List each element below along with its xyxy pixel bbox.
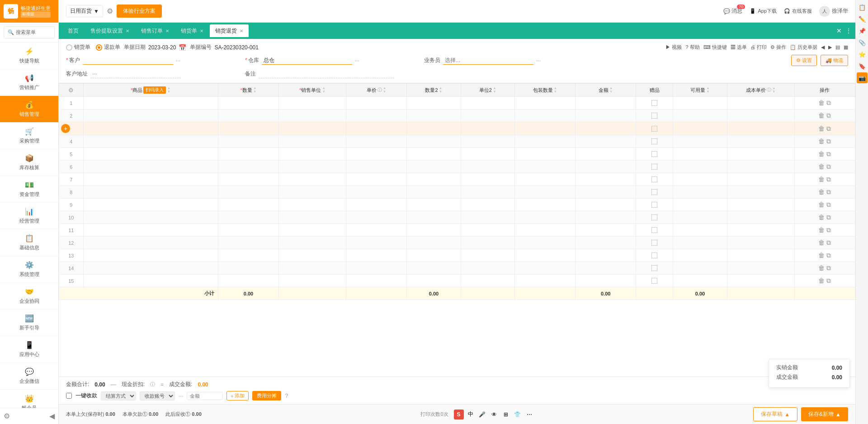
discount-info-icon[interactable]: ⓘ bbox=[150, 381, 155, 388]
video-btn[interactable]: ▶ 视频 bbox=[665, 44, 682, 51]
customer-more-icon[interactable]: ··· bbox=[176, 57, 180, 64]
delete-row-10[interactable]: 🗑 bbox=[817, 214, 826, 221]
tab-close-price[interactable]: ✕ bbox=[126, 29, 129, 33]
collapse-button[interactable]: ◀ bbox=[49, 412, 55, 420]
right-icon-star[interactable]: ⭐ bbox=[857, 49, 868, 60]
gift-checkbox-9[interactable] bbox=[651, 202, 657, 208]
address-input[interactable] bbox=[90, 70, 181, 78]
delete-row-2[interactable]: 🗑 bbox=[817, 112, 826, 119]
user-menu[interactable]: 人 徐泽华 bbox=[819, 6, 848, 17]
delete-row-6[interactable]: 🗑 bbox=[817, 163, 826, 170]
copy-row-1[interactable]: ⧉ bbox=[826, 99, 832, 107]
online-service-link[interactable]: 🎧 在线客服 bbox=[784, 8, 812, 14]
delete-row-1[interactable]: 🗑 bbox=[817, 99, 826, 106]
sidebar-item-xitong[interactable]: ⚙️ 系统管理 bbox=[0, 256, 58, 283]
copy-row-15[interactable]: ⧉ bbox=[826, 277, 832, 285]
right-icon-pin[interactable]: 📌 bbox=[857, 25, 868, 36]
delete-row-3[interactable]: 🗑 bbox=[817, 125, 826, 132]
delete-row-15[interactable]: 🗑 bbox=[817, 277, 826, 284]
delete-row-14[interactable]: 🗑 bbox=[817, 264, 826, 272]
tab-home[interactable]: 首页 bbox=[62, 24, 84, 37]
zhong-icon[interactable]: 中 bbox=[466, 410, 476, 419]
warehouse-input[interactable] bbox=[262, 56, 352, 65]
gift-checkbox-10[interactable] bbox=[651, 214, 657, 220]
customer-input[interactable] bbox=[83, 56, 173, 65]
sidebar-item-kucun[interactable]: 📦 库存核算 bbox=[0, 149, 58, 176]
copy-row-12[interactable]: ⧉ bbox=[826, 239, 832, 247]
calendar-icon[interactable]: 📅 bbox=[179, 44, 186, 51]
gift-checkbox-7[interactable] bbox=[651, 176, 657, 182]
delete-row-5[interactable]: 🗑 bbox=[817, 150, 826, 157]
bank-dots[interactable]: ··· bbox=[179, 393, 183, 399]
gift-checkbox-4[interactable] bbox=[651, 138, 657, 144]
delete-row-11[interactable]: 🗑 bbox=[817, 226, 826, 233]
sidebar-item-xinshou[interactable]: 🆕 新手引导 bbox=[0, 310, 58, 336]
gift-checkbox-14[interactable] bbox=[651, 265, 657, 271]
accounting-select[interactable]: 结算方式 bbox=[101, 391, 136, 400]
sidebar-item-changhui[interactable]: 👑 畅会员 bbox=[0, 390, 58, 408]
sidebar-item-kuaijie[interactable]: ⚡ 快捷导航 bbox=[0, 43, 58, 69]
sidebar-item-yingxiao[interactable]: 📢 营销推广 bbox=[0, 69, 58, 96]
add-row-button[interactable]: + bbox=[61, 124, 70, 133]
table-icon[interactable]: ⊞ bbox=[501, 410, 511, 419]
topbar-gear-icon[interactable]: ⚙ bbox=[107, 7, 113, 15]
right-icon-edit[interactable]: ✏️ bbox=[857, 14, 868, 24]
app-download-link[interactable]: 📱 App下载 bbox=[750, 8, 777, 14]
settings-button[interactable]: ⚙ 设置 bbox=[791, 55, 817, 66]
expense-help-icon[interactable]: ? bbox=[285, 393, 288, 399]
right-icon-clip[interactable]: 📎 bbox=[857, 37, 868, 48]
copy-row-9[interactable]: ⧉ bbox=[826, 201, 832, 209]
radio-return[interactable]: 退款单 bbox=[96, 43, 120, 51]
prev-btn[interactable]: ◀ bbox=[821, 44, 825, 51]
gift-checkbox-5[interactable] bbox=[651, 151, 657, 157]
delete-row-9[interactable]: 🗑 bbox=[817, 201, 826, 208]
sidebar-item-jichuxinxi[interactable]: 📋 基础信息 bbox=[0, 229, 58, 256]
tab-close-sales[interactable]: ✕ bbox=[200, 29, 203, 33]
copy-row-5[interactable]: ⧉ bbox=[826, 150, 832, 158]
sidebar-item-zijin[interactable]: 💵 资金管理 bbox=[0, 176, 58, 203]
help-btn[interactable]: ? 帮助 bbox=[686, 44, 700, 51]
ops-btn[interactable]: ⚙ 操作 bbox=[770, 44, 786, 51]
gift-checkbox-15[interactable] bbox=[651, 278, 657, 284]
shirt-icon[interactable]: 👕 bbox=[513, 410, 523, 419]
tab-price-settings[interactable]: 售价提取设置 ✕ bbox=[85, 24, 135, 37]
expense-split-button[interactable]: 费用分摊 bbox=[252, 391, 281, 400]
gift-checkbox-1[interactable] bbox=[651, 100, 657, 106]
delete-row-12[interactable]: 🗑 bbox=[817, 239, 826, 246]
list-view-btn[interactable]: ▤ bbox=[835, 44, 840, 51]
bank-select[interactable]: 收款账号 bbox=[140, 391, 175, 400]
gift-checkbox-12[interactable] bbox=[651, 240, 657, 246]
sidebar-item-qiyeweixin[interactable]: 💬 企业微信 bbox=[0, 363, 58, 390]
s-icon[interactable]: S bbox=[454, 410, 464, 419]
product-input-3[interactable] bbox=[85, 125, 216, 132]
quick-pay-checkbox[interactable] bbox=[66, 393, 72, 399]
settings-bottom-button[interactable]: ⚙ bbox=[4, 412, 10, 420]
right-icon-doc[interactable]: 📋 bbox=[857, 2, 868, 13]
delete-row-8[interactable]: 🗑 bbox=[817, 188, 826, 195]
copy-row-8[interactable]: ⧉ bbox=[826, 188, 832, 196]
gift-checkbox-8[interactable] bbox=[651, 189, 657, 195]
table-scroll[interactable]: ⚙ 商品 扫码录入 ▲▼ 数量 bbox=[59, 83, 855, 376]
tab-close-order[interactable]: ✕ bbox=[165, 29, 169, 33]
save-draft-button[interactable]: 保存草稿 ▲ bbox=[753, 407, 797, 421]
sidebar-item-caigou[interactable]: 🛒 采购管理 bbox=[0, 123, 58, 149]
more-icon[interactable]: ⋯ bbox=[524, 410, 534, 419]
copy-row-2[interactable]: ⧉ bbox=[826, 112, 832, 119]
delete-row-4[interactable]: 🗑 bbox=[817, 138, 826, 145]
warehouse-more-icon[interactable]: ··· bbox=[355, 57, 359, 64]
copy-row-11[interactable]: ⧉ bbox=[826, 226, 832, 234]
category-select[interactable]: 日用百货 ▼ bbox=[66, 5, 103, 17]
sidebar-item-yingyong[interactable]: 📱 应用中心 bbox=[0, 336, 58, 363]
sidebar-item-qiyexietong[interactable]: 🤝 企业协同 bbox=[0, 283, 58, 310]
tab-close-return[interactable]: ✕ bbox=[240, 29, 243, 33]
th-gear[interactable]: ⚙ bbox=[59, 84, 84, 97]
tab-sales[interactable]: 销货单 ✕ bbox=[175, 24, 209, 37]
gift-checkbox-6[interactable] bbox=[651, 164, 657, 170]
next-btn[interactable]: ▶ bbox=[828, 44, 832, 51]
scan-input-badge[interactable]: 扫码录入 bbox=[143, 86, 166, 94]
radio-sale[interactable]: 销货单 bbox=[66, 43, 90, 51]
tab-sales-order[interactable]: 销售订单 ✕ bbox=[136, 24, 175, 37]
trial-button[interactable]: 体验行业方案 bbox=[117, 5, 162, 18]
message-button[interactable]: 💬 消息 70 bbox=[723, 7, 742, 15]
select-btn[interactable]: ☰ 选单 bbox=[731, 44, 747, 51]
